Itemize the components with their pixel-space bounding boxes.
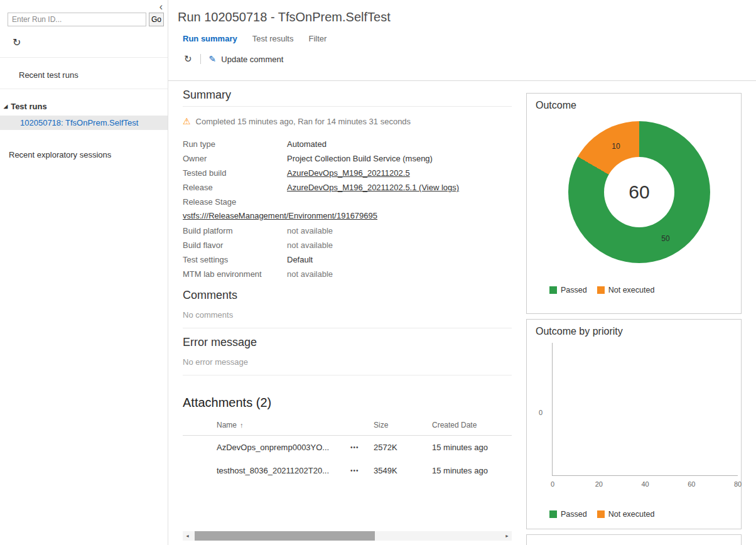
x-axis-tick-label: 60 xyxy=(688,480,695,488)
tab-bar: Run summary Test results Filter xyxy=(183,34,756,43)
refresh-icon[interactable]: ↻ xyxy=(184,53,192,65)
edit-pencil-icon: ✎ xyxy=(209,54,217,64)
field-mtm-lab-environment: MTM lab environment not available xyxy=(183,267,512,281)
column-header-name[interactable]: Name ↑ xyxy=(217,421,374,429)
field-label: Tested build xyxy=(183,166,287,180)
more-options-icon[interactable]: ••• xyxy=(350,467,374,474)
field-owner: Owner Project Collection Build Service (… xyxy=(183,151,512,166)
passed-swatch-icon xyxy=(549,510,557,518)
field-value: Automated xyxy=(287,137,327,151)
legend-label: Not executed xyxy=(608,510,655,519)
go-button[interactable]: Go xyxy=(149,13,164,26)
more-options-icon[interactable]: ••• xyxy=(350,444,374,451)
collapse-sidebar-icon[interactable]: ‹ xyxy=(159,1,163,13)
horizontal-scrollbar[interactable]: ◄ ► xyxy=(183,531,512,541)
legend-item-passed: Passed xyxy=(549,286,587,294)
x-axis-tick-label: 20 xyxy=(595,480,603,488)
tree-item-selected-run[interactable]: 102050718: TfsOnPrem.SelfTest xyxy=(0,116,168,130)
column-header-created-date[interactable]: Created Date xyxy=(432,421,512,429)
field-label: Release Stage xyxy=(183,195,287,209)
summary-heading: Summary xyxy=(183,89,512,102)
field-label: Build platform xyxy=(183,224,287,238)
legend-label: Passed xyxy=(561,510,587,519)
not-executed-swatch-icon xyxy=(597,286,605,294)
divider xyxy=(0,57,168,58)
error-message-heading: Error message xyxy=(183,336,512,349)
run-summary-panel: Summary ⚠ Completed 15 minutes ago, Ran … xyxy=(178,81,512,545)
attachment-name[interactable]: AzDevOps_onpremp0003YO... xyxy=(217,443,350,452)
priority-legend: Passed Not executed xyxy=(549,510,654,519)
passed-swatch-icon xyxy=(549,286,557,294)
donut-center: 60 xyxy=(604,157,674,227)
run-id-input[interactable] xyxy=(8,13,146,26)
field-run-type: Run type Automated xyxy=(183,137,512,151)
warning-icon: ⚠ xyxy=(183,116,191,126)
field-value: not available xyxy=(287,224,333,238)
field-label: Run type xyxy=(183,137,287,151)
tab-filter[interactable]: Filter xyxy=(308,34,327,43)
legend-label: Not executed xyxy=(608,286,655,294)
x-axis-tick-label: 0 xyxy=(551,480,554,488)
tree-expanded-icon[interactable]: ◢ xyxy=(4,104,8,109)
page-title: Run 102050718 - TfsOnPrem.SelfTest xyxy=(178,10,756,24)
sidebar-item-recent-exploratory-sessions[interactable]: Recent exploratory sessions xyxy=(9,150,168,159)
toolbar-divider xyxy=(200,54,201,64)
outcome-card: Outcome 10 50 60 Passed Not executed xyxy=(526,93,742,314)
divider xyxy=(183,375,512,375)
field-release-stage: Release Stage xyxy=(183,195,512,209)
tested-build-link[interactable]: AzureDevOps_M196_20211202.5 xyxy=(287,166,410,180)
scroll-left-icon[interactable]: ◄ xyxy=(183,531,192,541)
priority-chart-title: Outcome by priority xyxy=(536,326,623,337)
sidebar-item-recent-test-runs[interactable]: Recent test runs xyxy=(19,70,168,80)
run-status-text: Completed 15 minutes ago, Ran for 14 min… xyxy=(196,117,411,126)
scroll-right-icon[interactable]: ► xyxy=(502,531,512,541)
column-header-size[interactable]: Size xyxy=(374,421,432,429)
sidebar-refresh-icon[interactable]: ↻ xyxy=(13,36,25,48)
tab-test-results[interactable]: Test results xyxy=(252,34,294,43)
scrollbar-track[interactable] xyxy=(192,531,502,541)
attachment-row[interactable]: testhost_8036_20211202T20... ••• 3549K 1… xyxy=(183,459,512,482)
comments-empty-text: No comments xyxy=(183,310,512,320)
x-axis-tick-label: 40 xyxy=(641,480,649,488)
attachments-table-header: Name ↑ Size Created Date xyxy=(183,421,512,436)
column-header-name-label: Name xyxy=(217,421,237,429)
tree-node-label: Test runs xyxy=(11,102,47,111)
attachment-row[interactable]: AzDevOps_onpremp0003YO... ••• 2572K 15 m… xyxy=(183,436,512,459)
toolbar: ↻ ✎ Update comment xyxy=(184,53,756,65)
summary-fields: Run type Automated Owner Project Collect… xyxy=(183,137,512,281)
error-message-empty-text: No error message xyxy=(183,357,512,367)
release-stage-link[interactable]: vstfs:///ReleaseManagement/Environment/1… xyxy=(183,211,377,220)
not-executed-swatch-icon xyxy=(597,510,605,518)
outcome-by-priority-card: Outcome by priority 0 0 20 40 60 80 Pass… xyxy=(526,319,742,529)
sort-ascending-icon: ↑ xyxy=(240,421,244,429)
run-status: ⚠ Completed 15 minutes ago, Ran for 14 m… xyxy=(183,116,512,126)
field-value: not available xyxy=(287,267,333,281)
field-value: not available xyxy=(287,238,333,252)
charts-column: Outcome 10 50 60 Passed Not executed Out… xyxy=(526,93,742,545)
run-id-search: Go xyxy=(8,13,164,26)
field-label: Release xyxy=(183,180,287,195)
divider xyxy=(0,89,168,89)
legend-label: Passed xyxy=(561,286,587,294)
outcome-donut: 10 50 60 xyxy=(568,121,710,263)
attachment-name[interactable]: testhost_8036_20211202T20... xyxy=(217,466,350,475)
donut-total-label: 60 xyxy=(629,181,649,203)
field-tested-build: Tested build AzureDevOps_M196_20211202.5 xyxy=(183,166,512,180)
field-value: Default xyxy=(287,252,313,267)
field-build-flavor: Build flavor not available xyxy=(183,238,512,252)
attachment-created-date: 15 minutes ago xyxy=(432,443,512,452)
update-comment-button[interactable]: Update comment xyxy=(221,55,283,64)
field-label: Build flavor xyxy=(183,238,287,252)
tab-run-summary[interactable]: Run summary xyxy=(183,34,237,43)
release-link[interactable]: AzureDevOps_M196_20211202.5.1 (View logs… xyxy=(287,180,459,195)
field-release: Release AzureDevOps_M196_20211202.5.1 (V… xyxy=(183,180,512,195)
priority-bar-plot: 0 0 20 40 60 80 xyxy=(552,343,738,476)
divider xyxy=(183,106,512,107)
scrollbar-thumb[interactable] xyxy=(195,531,375,541)
donut-segment-label-not-executed: 10 xyxy=(612,142,620,151)
tree-node-test-runs[interactable]: ◢ Test runs xyxy=(4,102,168,111)
field-label: Test settings xyxy=(183,252,287,267)
legend-item-passed: Passed xyxy=(549,510,587,519)
attachments-heading: Attachments (2) xyxy=(183,396,512,410)
field-release-stage-value: vstfs:///ReleaseManagement/Environment/1… xyxy=(183,209,512,222)
